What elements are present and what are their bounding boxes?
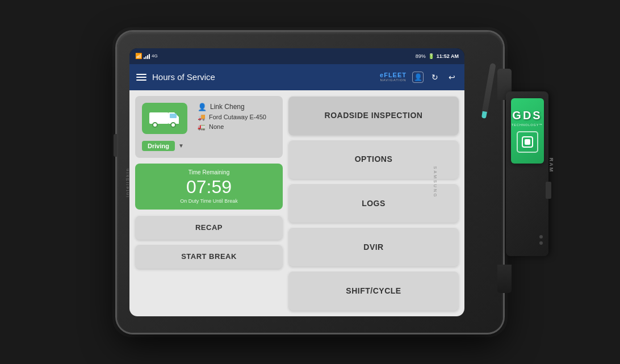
time-label: Time Remaining [142,169,276,175]
tablet-shell: inteliSkin 📶 4G 89% � [117,32,503,333]
screen-bezel: 📶 4G 89% 🔋 11:52 AM [129,48,464,316]
bar2 [145,56,146,59]
trailer-name: None [209,123,224,130]
time-value: 07:59 [142,178,276,196]
vehicle-row: 🚚 Ford Cutaway E-450 [198,114,266,121]
ram-label: RAM [548,158,554,173]
gds-brand-text: GDS [512,109,542,122]
wifi-icon: 📶 [135,53,142,59]
left-panel: 👤 Link Cheng 🚚 Ford Cutaway E-450 🚛 Non [135,96,283,311]
gds-indicators [539,235,543,245]
svg-rect-0 [149,112,169,124]
gds-module: GDS TECHNOLOGY™ RAM [492,91,548,273]
stylus-tip [481,111,487,118]
dvir-button[interactable]: DVIR [288,227,459,266]
hamburger-line3 [136,80,146,81]
driver-card-inner: 👤 Link Cheng 🚚 Ford Cutaway E-450 🚛 Non [142,103,276,134]
hamburger-line1 [136,74,146,75]
menu-button[interactable] [136,74,146,81]
recap-button[interactable]: RECAP [135,215,283,240]
svg-rect-8 [525,139,530,145]
driver-info-card: 👤 Link Cheng 🚚 Ford Cutaway E-450 🚛 Non [135,96,283,158]
gds-logo-box [517,131,538,153]
stylus-body [481,62,496,114]
gds-green-panel: GDS TECHNOLOGY™ [511,98,544,164]
driver-details: 👤 Link Cheng 🚚 Ford Cutaway E-450 🚛 Non [198,103,266,133]
left-action-buttons: RECAP START BREAK [135,215,283,269]
indicator-2 [539,241,543,245]
battery-icon: 🔋 [428,53,434,59]
nav-left: Hours of Service [136,72,215,82]
current-time: 11:52 AM [437,53,459,59]
gds-body: GDS TECHNOLOGY™ RAM [506,91,548,256]
vehicle-name: Ford Cutaway E-450 [209,114,266,120]
indicator-1 [539,235,543,239]
nav-title: Hours of Service [152,72,215,82]
main-content: 👤 Link Cheng 🚚 Ford Cutaway E-450 🚛 Non [129,90,464,316]
cell-signal [144,53,150,59]
signal-type: 4G [152,53,158,58]
volume-button [114,134,117,157]
svg-rect-6 [170,114,177,118]
hamburger-line2 [136,77,146,78]
gds-subtitle: TECHNOLOGY™ [512,123,543,127]
brand-sub: NAVIGATION [380,78,406,82]
mount-bottom [497,265,512,293]
svg-point-3 [153,123,157,127]
shift-cycle-button[interactable]: SHIFT/CYCLE [288,271,459,310]
right-panel: ROADSIDE INSPECTION OPTIONS LOGS DVIR SH… [288,96,459,311]
battery-percent: 89% [416,53,426,59]
samsung-label: SAMSUNG [433,166,437,198]
start-break-button[interactable]: START BREAK [135,244,283,269]
status-badge[interactable]: Driving [142,141,175,151]
truck-icon [142,103,187,134]
bar4 [149,54,150,59]
brand-name: eFLEET [380,72,407,78]
nav-right: eFLEET NAVIGATION 👤 ↻ ↩ [380,72,458,83]
dropdown-icon[interactable]: ▼ [178,143,184,149]
bar3 [147,55,148,59]
status-left: 📶 4G [135,53,158,59]
fleet-logo: eFLEET NAVIGATION [380,72,407,82]
refresh-icon[interactable]: ↻ [429,72,441,83]
driving-status-row: Driving ▼ [142,141,276,151]
status-bar: 📶 4G 89% 🔋 11:52 AM [129,48,464,64]
driver-name: Link Cheng [210,103,245,111]
trailer-icon: 🚛 [198,123,206,131]
roadside-inspection-button[interactable]: ROADSIDE INSPECTION [288,96,459,135]
gds-logo-svg [521,135,534,149]
profile-icon[interactable]: 👤 [412,72,424,83]
time-description: On Duty Time Until Break [142,198,276,204]
trailer-row: 🚛 None [198,123,266,131]
nav-bar: Hours of Service eFLEET NAVIGATION 👤 ↻ ↩ [129,64,464,90]
bar1 [144,57,145,59]
usb-port [546,182,551,199]
scene: inteliSkin 📶 4G 89% � [0,0,620,364]
status-right: 89% 🔋 11:52 AM [416,53,459,59]
truck-small-icon: 🚚 [198,114,206,121]
logout-icon[interactable]: ↩ [446,72,458,83]
driver-name-row: 👤 Link Cheng [198,103,266,111]
person-icon: 👤 [198,103,207,111]
time-remaining-card: Time Remaining 07:59 On Duty Time Until … [135,164,283,210]
truck-svg [149,108,180,128]
svg-point-5 [171,123,175,127]
